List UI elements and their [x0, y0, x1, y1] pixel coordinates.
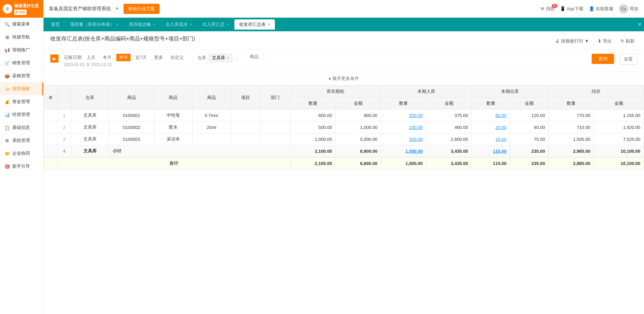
row2-out-qty[interactable]: 20.00: [472, 121, 510, 133]
tab-in-out-flow-close[interactable]: ×: [190, 22, 192, 27]
system-select-icon: ▼: [115, 6, 119, 11]
goods-more[interactable]: ...: [261, 54, 265, 60]
basic-info-icon: 📋: [4, 125, 10, 131]
warehouse-tag[interactable]: 文具库 ×: [209, 54, 232, 62]
date-more[interactable]: 更多: [151, 54, 166, 61]
sidebar-item-newbie[interactable]: 🎯 新手引导: [0, 160, 43, 173]
print-button[interactable]: 🖨 按模板打印 ▼: [552, 37, 592, 46]
warehouse-more[interactable]: ...: [235, 55, 239, 61]
th-num: [57, 86, 71, 110]
tab-receive-send-summary[interactable]: 收发存汇总表 ×: [234, 19, 275, 30]
main-area: 装备及固定资产辅助管理系统 ▼ 体验行业方案 ✉ 消息 6 📱 App下载 👤 …: [44, 0, 644, 314]
subtotal-num: 4: [57, 145, 71, 158]
sidebar-item-basic-info[interactable]: 📋 基础信息: [0, 121, 43, 134]
row1-in-qty[interactable]: 250.00: [381, 110, 426, 121]
warehouse-label: 仓库: [197, 55, 206, 61]
sidebar-item-sales[interactable]: 🛒 销售管理: [0, 56, 43, 69]
sidebar-item-enterprise[interactable]: 🤝 企业协同: [0, 147, 43, 160]
row3-balance-qty: 1,505.00: [548, 133, 594, 145]
expand-more-button[interactable]: ▾ 展开更多条件: [326, 74, 362, 83]
trial-button[interactable]: 体验行业方案: [123, 4, 160, 14]
th-balance-qty: 数量: [548, 98, 594, 110]
tab-in-out-summary-close[interactable]: ×: [227, 22, 229, 27]
row1-goods-spec: 0.7mm: [192, 110, 231, 121]
sidebar-item-operations[interactable]: 📊 经营管理: [0, 108, 43, 121]
th-goods-spec: 商品: [192, 86, 231, 110]
app-download-action[interactable]: 📱 App下载: [560, 6, 583, 12]
goods-label: 商品: [250, 54, 259, 60]
sidebar-item-purchase[interactable]: 📦 采购管理: [0, 69, 43, 82]
row3-department: [261, 133, 290, 145]
tab-receive-send-summary-label: 收发存汇总表: [239, 21, 266, 28]
row1-out-qty[interactable]: 80.00: [472, 110, 510, 121]
goods-filter-section: 商品 ...: [250, 54, 265, 60]
table-row: 2 文具库 0100002 胶水 20ml 500.00 1,000.00 23…: [44, 121, 644, 133]
th-in-qty: 数量: [381, 98, 426, 110]
tab-batch-account-close[interactable]: ×: [153, 22, 155, 27]
total-label: 合计: [57, 157, 291, 169]
message-action[interactable]: ✉ 消息 6: [541, 6, 555, 12]
sidebar-logo: 6 畅捷通好生意 标准版: [0, 0, 43, 18]
date-7days[interactable]: 近7天: [133, 54, 149, 61]
tab-stock-dist-close[interactable]: ×: [116, 22, 119, 27]
sidebar-item-search[interactable]: 🔍 搜索菜单: [0, 18, 43, 31]
row3-out-amt: 75.00: [510, 133, 548, 145]
row1-goods-code: 0100001: [109, 110, 154, 121]
row1-warehouse: 文具库: [71, 110, 109, 121]
sidebar-item-inventory[interactable]: 🗂 库存核算: [0, 82, 43, 95]
tab-in-out-flow[interactable]: 出入库流水 ×: [161, 19, 197, 30]
row1-out-amt: 120.00: [510, 110, 548, 121]
th-warehouse: 仓库: [71, 86, 109, 110]
table-settings-icon[interactable]: ⚙: [49, 95, 53, 100]
content-area: 收发存汇总表(按仓库+商品编码+商品+规格型号+项目+部门) 🖨 按模板打印 ▼…: [44, 31, 644, 314]
user-action[interactable]: Ea 用友: [619, 4, 639, 14]
date-this-year[interactable]: 本年: [116, 54, 131, 61]
setting-button[interactable]: 设置: [620, 54, 637, 65]
subtotal-in-qty[interactable]: 1,000.00: [381, 145, 426, 158]
expand-icon: ▾: [329, 76, 331, 81]
export-button[interactable]: ⬇ 导出: [595, 37, 614, 46]
tab-stock-dist[interactable]: 现存量（库存分布表） ×: [65, 19, 123, 30]
row3-out-qty[interactable]: 15.00: [472, 133, 510, 145]
row3-num: 3: [57, 133, 71, 145]
date-last-month[interactable]: 上月: [84, 54, 98, 61]
tab-bar-close[interactable]: ×: [638, 21, 641, 28]
subtotal-out-qty[interactable]: 115.00: [472, 145, 510, 158]
th-goods-code: 商品: [109, 86, 154, 110]
th-settings[interactable]: ⚙: [44, 86, 57, 110]
user-label: 用友: [630, 6, 639, 12]
filter-bar: ▶ 记账日期 上月 本月 本年 近7天 更多 自定义 2023-01-01 至 …: [44, 50, 644, 72]
message-icon: ✉: [541, 6, 544, 11]
tab-in-out-summary[interactable]: 出入库汇总 ×: [198, 19, 234, 30]
subtotal-opening-qty: 2,100.00: [290, 145, 335, 158]
table-row: 1 文具库 0100001 中性笔 0.7mm 600.00 900.00 25…: [44, 110, 644, 121]
refresh-button[interactable]: ↻ 刷新: [618, 37, 637, 46]
sidebar-item-quick-nav[interactable]: ⊞ 快捷导航: [0, 31, 43, 44]
row2-in-qty[interactable]: 230.00: [381, 121, 426, 133]
tab-bar: 首页 现存量（库存分布表） × 库存批次账 × 出入库流水 × 出入库汇总 × …: [44, 18, 644, 31]
row3-project: [231, 133, 260, 145]
subtotal-balance-amt: 10,100.00: [594, 145, 644, 158]
finance-icon: 💰: [4, 99, 10, 105]
tab-batch-account[interactable]: 库存批次账 ×: [124, 19, 160, 30]
query-button[interactable]: 查询: [592, 54, 614, 64]
warehouse-filter-section: 仓库 文具库 × ...: [197, 54, 238, 62]
subtotal-settings: [44, 145, 57, 158]
date-this-month[interactable]: 本月: [100, 54, 114, 61]
sidebar-item-finance[interactable]: 💰 资金管理: [0, 95, 43, 108]
sidebar-item-system[interactable]: ⚙ 系统管理: [0, 134, 43, 147]
tab-receive-send-summary-close[interactable]: ×: [268, 22, 270, 27]
online-service-action[interactable]: 👤 在线客服: [589, 6, 613, 12]
tab-home[interactable]: 首页: [46, 19, 65, 30]
row2-in-amt: 460.00: [426, 121, 472, 133]
avatar: Ea: [619, 4, 628, 14]
date-label: 记账日期: [64, 54, 82, 61]
row3-in-qty[interactable]: 520.00: [381, 133, 426, 145]
warehouse-tag-close[interactable]: ×: [227, 55, 229, 61]
sidebar-nav: 🔍 搜索菜单 ⊞ 快捷导航 📢 营销推广 🛒 销售管理 📦 采购管理 🗂 库存核…: [0, 18, 43, 314]
header-actions: ✉ 消息 6 📱 App下载 👤 在线客服 Ea 用友: [541, 4, 639, 14]
row2-goods-code: 0100002: [109, 121, 154, 133]
sidebar-item-marketing[interactable]: 📢 营销推广: [0, 44, 43, 56]
filter-toggle-button[interactable]: ▶: [50, 54, 59, 63]
date-custom[interactable]: 自定义: [168, 54, 186, 61]
